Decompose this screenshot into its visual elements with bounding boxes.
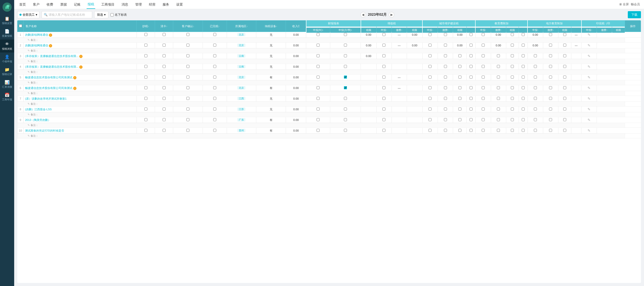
actions-cell[interactable]: ✎ <box>581 117 597 123</box>
city_fee-cell[interactable] <box>438 85 453 91</box>
chao_shui-cell[interactable] <box>137 128 155 134</box>
edit-icon[interactable]: ✎ <box>588 107 591 111</box>
nav-industry[interactable]: 工商项目 <box>100 0 115 9</box>
edu_fee-cell[interactable] <box>475 43 491 48</box>
stamp_fee-cell[interactable] <box>558 85 571 91</box>
actions-cell[interactable]: ✎ <box>581 53 597 59</box>
edu_report-cell[interactable] <box>467 128 476 134</box>
stamp_fee-cell[interactable] <box>558 75 571 80</box>
local_fee-cell[interactable] <box>519 96 528 102</box>
paid-cell[interactable] <box>203 53 227 59</box>
vat-report-cell[interactable] <box>376 53 392 59</box>
sidebar-item-self-tax[interactable]: 👤 个税申报 <box>0 52 14 65</box>
edu_fee-cell[interactable] <box>475 106 491 112</box>
chao_shui-cell[interactable] <box>137 117 155 123</box>
local_fee-cell[interactable] <box>519 106 528 112</box>
qing_ka-cell[interactable] <box>155 96 173 102</box>
local_tax-cell[interactable] <box>491 106 506 112</box>
fullscreen-btn[interactable]: 🖥 全屏 <box>619 2 629 7</box>
member-btn[interactable]: 畅会员 <box>631 2 640 7</box>
stamp_fee-cell[interactable] <box>558 117 571 123</box>
fin-year-cell[interactable] <box>306 53 330 59</box>
qing_ka-cell[interactable] <box>155 106 173 112</box>
edit-icon[interactable]: ✎ <box>588 75 591 79</box>
edu_tax-cell[interactable] <box>453 106 467 112</box>
stamp_report-cell[interactable] <box>543 75 558 80</box>
nav-settings[interactable]: 设置 <box>175 0 184 9</box>
edu_tax-cell[interactable] <box>453 128 467 134</box>
local_tax-cell[interactable] <box>491 64 506 70</box>
nav-home[interactable]: 首页 <box>18 0 27 9</box>
edu_tax-cell[interactable] <box>453 64 467 70</box>
edit-icon[interactable]: ✎ <box>588 43 591 47</box>
edit-icon[interactable]: ✎ <box>588 97 591 101</box>
local_report-cell[interactable] <box>506 106 519 112</box>
confirm-cell[interactable] <box>173 53 203 59</box>
edu_tax-cell[interactable] <box>453 85 467 91</box>
vat-report-cell[interactable] <box>376 117 392 123</box>
fin-month-cell[interactable] <box>330 85 361 91</box>
local_tax-cell[interactable] <box>491 128 506 134</box>
local_report-cell[interactable] <box>506 75 519 80</box>
nav-management[interactable]: 管理 <box>134 0 143 9</box>
vat-report-cell[interactable] <box>376 85 392 91</box>
local_tax-cell[interactable] <box>491 53 506 59</box>
fin-month-cell[interactable] <box>330 64 361 70</box>
vat-report-cell[interactable] <box>376 75 392 80</box>
local_report-cell[interactable] <box>506 43 519 48</box>
stamp_fee-cell[interactable] <box>558 96 571 102</box>
vat-report-cell[interactable] <box>376 96 392 102</box>
edu_fee-cell[interactable] <box>475 85 491 91</box>
sidebar-item-summary[interactable]: 📊 汇算清缴 <box>0 78 14 91</box>
stamp_fee-cell[interactable] <box>558 64 571 70</box>
sidebar-item-batch-tax[interactable]: 📄 批量报税 <box>0 27 14 40</box>
paid-cell[interactable] <box>203 75 227 80</box>
stamp_fee-cell[interactable] <box>558 53 571 59</box>
nav-operations[interactable]: 经营 <box>148 0 157 9</box>
stamp_tax-cell[interactable] <box>528 128 543 134</box>
city_fee-cell[interactable] <box>438 64 453 70</box>
fin-year-cell[interactable] <box>306 85 330 91</box>
fin-year-cell[interactable] <box>306 117 330 123</box>
fin-month-cell[interactable] <box>330 117 361 123</box>
actions-cell[interactable]: ✎ <box>581 128 597 134</box>
fin-month-cell[interactable] <box>330 75 361 80</box>
fin-year-cell[interactable] <box>306 43 330 48</box>
vat-report-cell[interactable] <box>376 106 392 112</box>
local_fee-cell[interactable] <box>519 43 528 48</box>
city_report-cell[interactable] <box>422 96 438 102</box>
fin-year-cell[interactable] <box>306 64 330 70</box>
local_tax-cell[interactable] <box>491 85 506 91</box>
local_fee-cell[interactable] <box>519 53 528 59</box>
edu_report-cell[interactable] <box>467 117 476 123</box>
nav-accounting[interactable]: 记账 <box>73 0 82 9</box>
stamp_fee-cell[interactable] <box>558 128 571 134</box>
edu_tax-cell[interactable] <box>453 75 467 80</box>
local_report-cell[interactable] <box>506 64 519 70</box>
edit-icon[interactable]: ✎ <box>588 54 591 58</box>
search-box[interactable]: 🔍 请输入客户地址记账成名称 <box>42 11 92 18</box>
sidebar-item-tax-settings[interactable]: 📋 报税设置 <box>0 14 14 27</box>
local_fee-cell[interactable] <box>519 64 528 70</box>
nav-messages[interactable]: 消息 <box>121 0 129 9</box>
vat-report-cell[interactable] <box>376 128 392 134</box>
confirm-cell[interactable] <box>173 117 203 123</box>
qing_ka-cell[interactable] <box>155 75 173 80</box>
city_fee-cell[interactable] <box>438 117 453 123</box>
local_report-cell[interactable] <box>506 117 519 123</box>
stamp_tax-cell[interactable] <box>528 117 543 123</box>
nav-customer[interactable]: 客户 <box>32 0 41 9</box>
confirm-cell[interactable] <box>173 85 203 91</box>
nav-invoice[interactable]: 票据 <box>59 0 68 9</box>
fin-month-cell[interactable] <box>330 96 361 102</box>
fin-year-cell[interactable] <box>306 106 330 112</box>
qing_ka-cell[interactable] <box>155 43 173 48</box>
paid-cell[interactable] <box>203 64 227 70</box>
edu_tax-cell[interactable] <box>453 117 467 123</box>
city_fee-cell[interactable] <box>438 128 453 134</box>
confirm-cell[interactable] <box>173 64 203 70</box>
city_report-cell[interactable] <box>422 53 438 59</box>
stamp_fee-cell[interactable] <box>558 43 571 48</box>
stamp_report-cell[interactable] <box>543 53 558 59</box>
stamp_report-cell[interactable] <box>543 85 558 91</box>
